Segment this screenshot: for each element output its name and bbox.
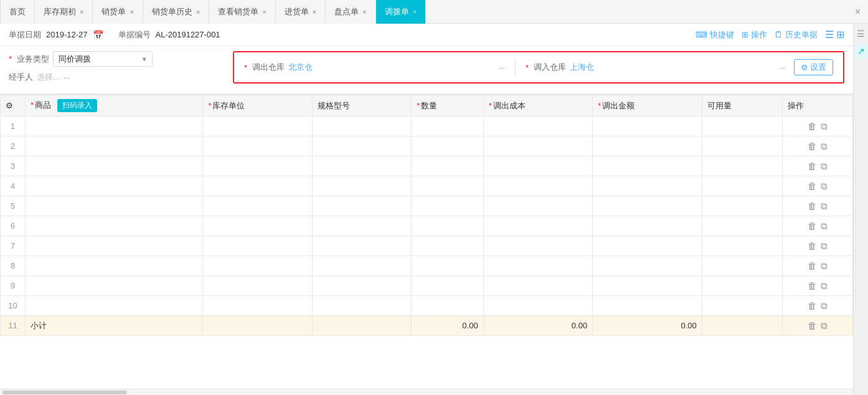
row-spec[interactable]	[312, 156, 411, 176]
row-amount[interactable]	[593, 276, 702, 296]
row-unit[interactable]	[203, 117, 313, 136]
tab-transfer-close[interactable]: ×	[413, 8, 417, 16]
row-product[interactable]	[26, 236, 203, 256]
row-qty[interactable]	[412, 176, 484, 196]
tab-inventory-init[interactable]: 库存期初 ×	[35, 0, 93, 24]
row-amount[interactable]	[593, 236, 702, 256]
row-available[interactable]	[702, 256, 782, 276]
row-spec[interactable]	[312, 196, 411, 216]
row-product[interactable]	[26, 296, 203, 316]
delete-icon[interactable]: 🗑	[808, 221, 817, 231]
row-product[interactable]	[26, 196, 203, 216]
copy-icon[interactable]: ⧉	[821, 300, 828, 312]
warehouse-out-value[interactable]: 北京仓	[288, 62, 313, 73]
row-cost[interactable]	[483, 236, 593, 256]
tab-view-sales[interactable]: 查看销货单 ×	[209, 0, 275, 24]
tab-transfer[interactable]: 调拨单 ×	[376, 0, 426, 24]
row-unit[interactable]	[203, 276, 313, 296]
row-available[interactable]	[702, 136, 782, 156]
row-amount[interactable]	[593, 256, 702, 276]
warehouse-out-more-btn[interactable]: ···	[498, 63, 505, 72]
row-cost[interactable]	[483, 156, 593, 176]
row-product[interactable]	[26, 276, 203, 296]
warehouse-in-value[interactable]: 上海仓	[570, 62, 594, 73]
row-unit[interactable]	[203, 256, 313, 276]
tab-stocktake-close[interactable]: ×	[362, 8, 366, 16]
row-unit[interactable]	[203, 156, 313, 176]
copy-icon[interactable]: ⧉	[821, 121, 828, 132]
delete-icon[interactable]: 🗑	[808, 280, 817, 291]
row-qty[interactable]	[412, 236, 484, 256]
sidebar-list-icon[interactable]: ☰	[857, 26, 865, 41]
tab-sales-order-close[interactable]: ×	[130, 8, 133, 16]
row-amount[interactable]	[593, 176, 702, 196]
delete-icon[interactable]: 🗑	[808, 300, 817, 311]
row-available[interactable]	[702, 196, 782, 216]
row-product[interactable]	[26, 117, 203, 136]
row-cost[interactable]	[483, 276, 593, 296]
row-qty[interactable]	[412, 156, 484, 176]
row-amount[interactable]	[593, 216, 702, 236]
tab-sales-history[interactable]: 销货单历史 ×	[143, 0, 209, 24]
sidebar-expand-icon[interactable]: ↗	[854, 44, 868, 59]
copy-icon[interactable]: ⧉	[821, 161, 828, 172]
delete-icon[interactable]: 🗑	[808, 201, 817, 211]
row-amount[interactable]	[593, 196, 702, 216]
copy-icon[interactable]: ⧉	[821, 320, 828, 331]
delete-icon[interactable]: 🗑	[808, 161, 817, 171]
row-cost[interactable]	[483, 196, 593, 216]
delete-icon[interactable]: 🗑	[808, 260, 817, 271]
row-cost[interactable]	[483, 296, 593, 316]
row-cost[interactable]	[483, 176, 593, 196]
row-spec[interactable]	[312, 236, 411, 256]
col-gear-header[interactable]: ⚙	[1, 95, 26, 117]
row-qty[interactable]	[412, 276, 484, 296]
tab-inventory-init-close[interactable]: ×	[80, 8, 83, 16]
tab-sales-order[interactable]: 销货单 ×	[93, 0, 143, 24]
row-cost[interactable]	[483, 216, 593, 236]
delete-icon[interactable]: 🗑	[808, 141, 817, 151]
delete-icon[interactable]: 🗑	[808, 181, 817, 191]
row-unit[interactable]	[203, 196, 313, 216]
row-product[interactable]	[26, 156, 203, 176]
copy-icon[interactable]: ⧉	[821, 240, 828, 252]
row-product[interactable]	[26, 136, 203, 156]
business-type-select[interactable]: 同价调拨	[53, 51, 153, 67]
grid-view-btn[interactable]: ⊞	[836, 29, 844, 40]
row-qty[interactable]	[412, 196, 484, 216]
shortcut-action[interactable]: ⌨ 快捷键	[696, 29, 734, 40]
tab-stocktake[interactable]: 盘点单 ×	[326, 0, 375, 24]
row-cost[interactable]	[483, 117, 593, 136]
handler-more-btn[interactable]: ···	[64, 73, 70, 82]
copy-icon[interactable]: ⧉	[821, 201, 828, 212]
row-available[interactable]	[702, 156, 782, 176]
scan-btn[interactable]: 扫码录入	[57, 99, 97, 112]
row-product[interactable]	[26, 256, 203, 276]
copy-icon[interactable]: ⧉	[821, 221, 828, 232]
row-qty[interactable]	[412, 216, 484, 236]
row-spec[interactable]	[312, 176, 411, 196]
copy-icon[interactable]: ⧉	[821, 181, 828, 192]
row-qty[interactable]	[412, 136, 484, 156]
row-available[interactable]	[702, 176, 782, 196]
row-unit[interactable]	[203, 136, 313, 156]
row-available[interactable]	[702, 296, 782, 316]
row-unit[interactable]	[203, 176, 313, 196]
tab-purchase-order-close[interactable]: ×	[313, 8, 316, 16]
row-available[interactable]	[702, 216, 782, 236]
copy-icon[interactable]: ⧉	[821, 280, 828, 292]
settings-button[interactable]: ⚙ 设置	[794, 59, 833, 75]
delete-icon[interactable]: 🗑	[808, 121, 817, 131]
tab-purchase-order[interactable]: 进货单 ×	[276, 0, 326, 24]
row-amount[interactable]	[593, 156, 702, 176]
list-view-btn[interactable]: ☰	[825, 29, 834, 40]
scroll-bar[interactable]	[2, 391, 127, 394]
row-product[interactable]	[26, 176, 203, 196]
operation-action[interactable]: ⊞ 操作	[742, 29, 767, 40]
row-spec[interactable]	[312, 296, 411, 316]
row-amount[interactable]	[593, 296, 702, 316]
row-unit[interactable]	[203, 296, 313, 316]
tab-sales-history-close[interactable]: ×	[196, 8, 200, 16]
row-spec[interactable]	[312, 216, 411, 236]
row-available[interactable]	[702, 236, 782, 256]
